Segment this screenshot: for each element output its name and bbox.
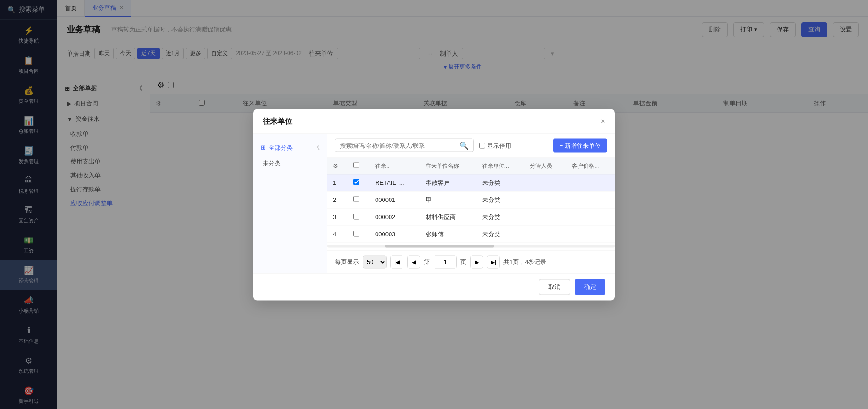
row4-manager <box>524 226 566 243</box>
row1-name: 零散客户 <box>420 174 476 191</box>
row1-category: 未分类 <box>477 174 525 191</box>
last-page-button[interactable]: ▶| <box>487 255 500 268</box>
row2-no: 2 <box>327 191 348 208</box>
modal-col-name: 往来单位名称 <box>420 157 476 174</box>
row4-code: 000003 <box>370 226 420 243</box>
modal-header: 往来单位 × <box>253 109 615 134</box>
row1-no: 1 <box>327 174 348 191</box>
row3-checkbox[interactable] <box>348 208 370 226</box>
modal-right-panel: 🔍 显示停用 + 新增往来单位 ⚙ 往来... 往来单位名称 <box>327 134 615 273</box>
row2-name: 甲 <box>420 191 476 208</box>
modal-table: ⚙ 往来... 往来单位名称 往来单位... 分管人员 客户价格... 1 <box>327 157 615 243</box>
pagination: 每页显示 50 100 |◀ ◀ 第 页 ▶ ▶| 共1页，4条记录 <box>327 250 615 273</box>
modal-col-code: 往来... <box>370 157 420 174</box>
confirm-button[interactable]: 确定 <box>575 279 605 295</box>
next-page-button[interactable]: ▶ <box>470 255 483 268</box>
total-records-label: 共1页，4条记录 <box>503 258 546 266</box>
show-disabled-checkbox[interactable] <box>479 143 485 149</box>
row3-no: 3 <box>327 208 348 226</box>
table-row[interactable]: 1 RETAIL_... 零散客户 未分类 <box>327 174 615 191</box>
row1-price <box>566 174 615 191</box>
modal-close-button[interactable]: × <box>600 116 605 126</box>
row4-price <box>566 226 615 243</box>
page-label: 第 <box>424 258 430 266</box>
search-icon2: 🔍 <box>459 141 469 150</box>
scrollbar[interactable] <box>327 245 615 248</box>
table-row[interactable]: 2 000001 甲 未分类 <box>327 191 615 208</box>
row4-category: 未分类 <box>477 226 525 243</box>
show-disabled-label[interactable]: 显示停用 <box>479 141 511 150</box>
table-row[interactable]: 4 000003 张师傅 未分类 <box>327 226 615 243</box>
modal-body: ⊞ 全部分类 《 未分类 🔍 显示停用 + 新增往来单位 <box>253 134 615 273</box>
grid-icon2: ⊞ <box>261 144 266 151</box>
first-page-button[interactable]: |◀ <box>390 255 403 268</box>
row3-code: 000002 <box>370 208 420 226</box>
row1-code: RETAIL_... <box>370 174 420 191</box>
table-row[interactable]: 3 000002 材料供应商 未分类 <box>327 208 615 226</box>
modal-col-category: 往来单位... <box>477 157 525 174</box>
row4-checkbox[interactable] <box>348 226 370 243</box>
collapse-icon2[interactable]: 《 <box>314 144 320 151</box>
modal-footer: 取消 确定 <box>253 273 615 300</box>
search-box: 🔍 <box>335 139 474 152</box>
search-input[interactable] <box>340 142 457 149</box>
row3-price <box>566 208 615 226</box>
row2-price <box>566 191 615 208</box>
modal-col-manager: 分管人员 <box>524 157 566 174</box>
page-suffix-label: 页 <box>460 258 466 266</box>
row2-code: 000001 <box>370 191 420 208</box>
row4-name: 张师傅 <box>420 226 476 243</box>
per-page-select[interactable]: 50 100 <box>363 255 387 268</box>
prev-page-button[interactable]: ◀ <box>407 255 420 268</box>
modal-col-price: 客户价格... <box>566 157 615 174</box>
row4-no: 4 <box>327 226 348 243</box>
row2-category: 未分类 <box>477 191 525 208</box>
modal-toolbar: 🔍 显示停用 + 新增往来单位 <box>327 134 615 157</box>
modal-table-wrap: ⚙ 往来... 往来单位名称 往来单位... 分管人员 客户价格... 1 <box>327 157 615 250</box>
per-page-label: 每页显示 <box>335 258 359 266</box>
cancel-button[interactable]: 取消 <box>539 279 570 295</box>
row2-manager <box>524 191 566 208</box>
row1-manager <box>524 174 566 191</box>
unclassified-label: 未分类 <box>263 159 281 166</box>
modal-col-settings: ⚙ <box>327 157 348 174</box>
modal-col-checkbox <box>348 157 370 174</box>
modal-left-unclassified[interactable]: 未分类 <box>253 155 327 171</box>
modal-title: 往来单位 <box>263 116 292 126</box>
counterpart-modal: 往来单位 × ⊞ 全部分类 《 未分类 🔍 <box>253 109 615 300</box>
row1-checkbox[interactable] <box>348 174 370 191</box>
page-number-input[interactable] <box>434 255 457 268</box>
all-category-label[interactable]: 全部分类 <box>269 143 293 151</box>
row3-name: 材料供应商 <box>420 208 476 226</box>
row3-manager <box>524 208 566 226</box>
row2-checkbox[interactable] <box>348 191 370 208</box>
add-counterpart-button[interactable]: + 新增往来单位 <box>553 138 607 152</box>
row3-category: 未分类 <box>477 208 525 226</box>
modal-left-header: ⊞ 全部分类 《 <box>253 139 327 155</box>
modal-left-panel: ⊞ 全部分类 《 未分类 <box>253 134 327 273</box>
